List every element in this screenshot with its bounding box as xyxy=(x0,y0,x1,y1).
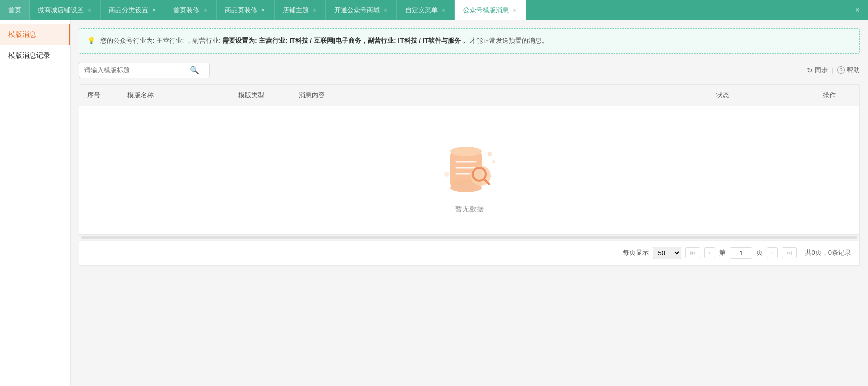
th-type: 模版类型 xyxy=(230,85,291,106)
search-input[interactable] xyxy=(84,66,190,74)
th-status: 状态 xyxy=(708,85,799,106)
empty-illustration xyxy=(439,136,500,197)
tab-custom-menu[interactable]: 自定义菜单 × xyxy=(397,0,455,20)
content-area: 💡 您的公众号行业为: 主营行业: ，副营行业: 需要设置为: 主营行业: IT… xyxy=(71,20,868,386)
tab-custom-menu-label: 自定义菜单 xyxy=(405,6,438,15)
tab-shop-settings-label: 微商城店铺设置 xyxy=(38,6,84,15)
th-content: 消息内容 xyxy=(291,85,708,106)
sidebar-item-template-record[interactable]: 模版消息记录 xyxy=(0,45,70,66)
close-tab-product-decoration[interactable]: × xyxy=(260,6,266,15)
notice-highlight: 需要设置为: 主营行业: IT科技 / 互联网|电子商务，副营行业: IT科技 … xyxy=(222,37,468,44)
tab-template-message-label: 公众号模版消息 xyxy=(463,6,509,15)
sidebar-item-template-msg[interactable]: 模版消息 xyxy=(0,24,70,45)
tab-product-decoration-label: 商品页装修 xyxy=(225,6,257,15)
search-bar: 🔍 ↻ 同步 | ? 帮助 xyxy=(79,63,860,78)
close-tab-open-mall[interactable]: × xyxy=(383,6,388,15)
help-icon: ? xyxy=(837,66,845,74)
scroll-track xyxy=(81,236,857,239)
search-input-wrap: 🔍 xyxy=(79,63,210,78)
help-button[interactable]: ? 帮助 xyxy=(837,66,860,75)
close-tab-template-message[interactable]: × xyxy=(512,6,517,15)
tab-homepage-decoration[interactable]: 首页装修 × xyxy=(165,0,217,20)
tab-product-decoration[interactable]: 商品页装修 × xyxy=(217,0,275,20)
sync-label: 同步 xyxy=(815,66,828,75)
tab-open-mall[interactable]: 开通公众号商城 × xyxy=(326,0,397,20)
tab-category-settings-label: 商品分类设置 xyxy=(109,6,148,15)
total-info: 共0页，0条记录 xyxy=(805,248,851,257)
pagination: 每页显示 50 10 20 100 ⏮ ‹ 第 页 › ⏭ 共0页，0条记录 xyxy=(79,240,859,265)
svg-point-11 xyxy=(492,160,495,163)
svg-point-12 xyxy=(444,172,449,177)
close-tab-category-settings[interactable]: × xyxy=(151,6,157,15)
horizontal-scrollbar[interactable] xyxy=(79,234,859,240)
page-input[interactable] xyxy=(730,247,752,259)
svg-point-10 xyxy=(488,152,492,156)
tab-home-label: 首页 xyxy=(8,6,21,15)
data-table: 序号 模版名称 模版类型 消息内容 状态 操作 xyxy=(79,84,860,266)
notice-text-prefix: 您的公众号行业为: 主营行业: ，副营行业: xyxy=(100,37,223,44)
tab-open-mall-label: 开通公众号商城 xyxy=(334,6,380,15)
prev-page-button[interactable]: ‹ xyxy=(704,247,715,258)
tab-home[interactable]: 首页 xyxy=(0,0,30,20)
close-tab-shop-settings[interactable]: × xyxy=(87,6,92,15)
close-all-tabs[interactable]: × xyxy=(847,6,868,15)
close-tab-custom-menu[interactable]: × xyxy=(441,6,446,15)
notice-box: 💡 您的公众号行业为: 主营行业: ，副营行业: 需要设置为: 主营行业: IT… xyxy=(79,28,860,54)
sidebar-item-template-record-label: 模版消息记录 xyxy=(8,51,50,59)
sidebar: 模版消息 模版消息记录 xyxy=(0,20,71,386)
tab-homepage-decoration-label: 首页装修 xyxy=(173,6,199,15)
page-suffix-label: 页 xyxy=(756,248,763,257)
th-action: 操作 xyxy=(799,85,859,106)
sync-icon: ↻ xyxy=(807,66,813,74)
toolbar-right: ↻ 同步 | ? 帮助 xyxy=(807,66,860,75)
next-page-button[interactable]: › xyxy=(767,247,778,258)
last-page-button[interactable]: ⏭ xyxy=(782,247,797,258)
tab-bar: 首页 微商城店铺设置 × 商品分类设置 × 首页装修 × 商品页装修 × 店铺主… xyxy=(0,0,868,20)
per-page-label: 每页显示 xyxy=(623,248,649,257)
per-page-select[interactable]: 50 10 20 100 xyxy=(653,247,681,259)
close-tab-homepage-decoration[interactable]: × xyxy=(203,6,208,15)
tab-category-settings[interactable]: 商品分类设置 × xyxy=(101,0,165,20)
th-seq: 序号 xyxy=(79,85,119,106)
close-tab-shop-theme[interactable]: × xyxy=(312,6,317,15)
tab-template-message[interactable]: 公众号模版消息 × xyxy=(455,0,526,20)
notice-text-suffix: 才能正常发送预置的消息。 xyxy=(470,37,548,44)
search-icon[interactable]: 🔍 xyxy=(190,66,199,75)
svg-point-2 xyxy=(450,147,482,156)
table-header: 序号 模版名称 模版类型 消息内容 状态 操作 xyxy=(79,85,859,106)
sidebar-item-template-msg-label: 模版消息 xyxy=(8,30,36,38)
tab-shop-theme[interactable]: 店铺主题 × xyxy=(275,0,326,20)
notice-icon: 💡 xyxy=(87,37,95,44)
page-prefix-label: 第 xyxy=(719,248,726,257)
empty-text: 暂无数据 xyxy=(455,205,484,214)
th-name: 模版名称 xyxy=(119,85,230,106)
toolbar-divider: | xyxy=(832,66,833,74)
empty-state: 暂无数据 xyxy=(79,106,859,234)
tab-shop-settings[interactable]: 微商城店铺设置 × xyxy=(30,0,101,20)
tab-shop-theme-label: 店铺主题 xyxy=(283,6,309,15)
first-page-button[interactable]: ⏮ xyxy=(685,247,700,258)
main-layout: 模版消息 模版消息记录 💡 您的公众号行业为: 主营行业: ，副营行业: 需要设… xyxy=(0,20,868,386)
sync-button[interactable]: ↻ 同步 xyxy=(807,66,828,75)
help-label: 帮助 xyxy=(847,66,860,75)
